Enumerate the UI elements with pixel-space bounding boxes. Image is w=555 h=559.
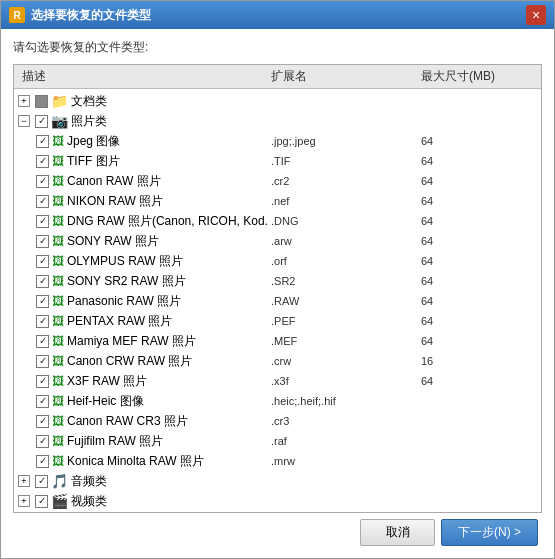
file-konica-icon: 🖼 (52, 454, 64, 468)
checkbox-doc[interactable] (35, 95, 48, 108)
label-panasonic: Panasonic RAW 照片 (67, 293, 181, 310)
tree-row-mamiya[interactable]: 🖼 Mamiya MEF RAW 照片 .MEF 64 (14, 331, 541, 351)
file-canon-crw-icon: 🖼 (52, 354, 64, 368)
col-description: 描述 (18, 68, 267, 85)
checkbox-konica[interactable] (36, 455, 49, 468)
checkbox-canon-cr3[interactable] (36, 415, 49, 428)
close-button[interactable]: × (526, 5, 546, 25)
tree-row-tiff[interactable]: 🖼 TIFF 图片 .TIF 64 (14, 151, 541, 171)
cancel-button[interactable]: 取消 (360, 519, 435, 546)
ext-pentax: .PEF (267, 315, 417, 327)
label-sony-sr2: SONY SR2 RAW 照片 (67, 273, 186, 290)
label-mamiya: Mamiya MEF RAW 照片 (67, 333, 196, 350)
main-window: R 选择要恢复的文件类型 × 请勾选要恢复的文件类型: 描述 扩展名 最大尺寸(… (0, 0, 555, 559)
checkbox-sony-raw[interactable] (36, 235, 49, 248)
checkbox-sony-sr2[interactable] (36, 275, 49, 288)
file-fujifilm-icon: 🖼 (52, 434, 64, 448)
label-canon-cr3: Canon RAW CR3 照片 (67, 413, 188, 430)
ext-fujifilm: .raf (267, 435, 417, 447)
label-olympus-raw: OLYMPUS RAW 照片 (67, 253, 183, 270)
tree-row-canon-cr3[interactable]: 🖼 Canon RAW CR3 照片 .cr3 (14, 411, 541, 431)
label-canon-raw: Canon RAW 照片 (67, 173, 161, 190)
checkbox-jpeg[interactable] (36, 135, 49, 148)
checkbox-canon-crw[interactable] (36, 355, 49, 368)
checkbox-audio[interactable] (35, 475, 48, 488)
ext-tiff: .TIF (267, 155, 417, 167)
file-heif-icon: 🖼 (52, 394, 64, 408)
checkbox-canon-raw[interactable] (36, 175, 49, 188)
tree-row-sony-raw[interactable]: 🖼 SONY RAW 照片 .arw 64 (14, 231, 541, 251)
expand-doc[interactable]: + (18, 95, 30, 107)
file-dng-raw-icon: 🖼 (52, 214, 64, 228)
checkbox-olympus-raw[interactable] (36, 255, 49, 268)
tree-row-audio[interactable]: + 🎵 音频类 (14, 471, 541, 491)
expand-photo[interactable]: − (18, 115, 30, 127)
file-sony-raw-icon: 🖼 (52, 234, 64, 248)
app-icon: R (9, 7, 25, 23)
checkbox-mamiya[interactable] (36, 335, 49, 348)
label-video: 视频类 (71, 493, 107, 510)
label-x3f: X3F RAW 照片 (67, 373, 147, 390)
tree-row-nikon-raw[interactable]: 🖼 NIKON RAW 照片 .nef 64 (14, 191, 541, 211)
size-nikon-raw: 64 (417, 195, 517, 207)
column-header: 描述 扩展名 最大尺寸(MB) (14, 65, 541, 89)
checkbox-dng-raw[interactable] (36, 215, 49, 228)
tree-row-heif[interactable]: 🖼 Heif-Heic 图像 .heic;.heif;.hif (14, 391, 541, 411)
label-tiff: TIFF 图片 (67, 153, 120, 170)
ext-panasonic: .RAW (267, 295, 417, 307)
checkbox-heif[interactable] (36, 395, 49, 408)
title-bar-left: R 选择要恢复的文件类型 (9, 7, 151, 24)
tree-row-x3f[interactable]: 🖼 X3F RAW 照片 .x3f 64 (14, 371, 541, 391)
checkbox-photo[interactable] (35, 115, 48, 128)
ext-canon-crw: .crw (267, 355, 417, 367)
tree-row-canon-raw[interactable]: 🖼 Canon RAW 照片 .cr2 64 (14, 171, 541, 191)
size-pentax: 64 (417, 315, 517, 327)
checkbox-panasonic[interactable] (36, 295, 49, 308)
file-sony-sr2-icon: 🖼 (52, 274, 64, 288)
expand-video[interactable]: + (18, 495, 30, 507)
checkbox-video[interactable] (35, 495, 48, 508)
label-jpeg: Jpeg 图像 (67, 133, 120, 150)
tree-row-konica[interactable]: 🖼 Konica Minolta RAW 照片 .mrw (14, 451, 541, 471)
expand-audio[interactable]: + (18, 475, 30, 487)
folder-video-icon: 🎬 (51, 493, 68, 509)
tree-row-doc[interactable]: + 📁 文档类 (14, 91, 541, 111)
checkbox-fujifilm[interactable] (36, 435, 49, 448)
ext-x3f: .x3f (267, 375, 417, 387)
size-mamiya: 64 (417, 335, 517, 347)
folder-photo-icon: 📷 (51, 113, 68, 129)
tree-row-sony-sr2[interactable]: 🖼 SONY SR2 RAW 照片 .SR2 64 (14, 271, 541, 291)
tree-row-olympus-raw[interactable]: 🖼 OLYMPUS RAW 照片 .orf 64 (14, 251, 541, 271)
checkbox-tiff[interactable] (36, 155, 49, 168)
label-dng-raw: DNG RAW 照片(Canon, RICOH, Kod... (67, 213, 267, 230)
size-jpeg: 64 (417, 135, 517, 147)
tree-row-fujifilm[interactable]: 🖼 Fujifilm RAW 照片 .raf (14, 431, 541, 451)
file-panasonic-icon: 🖼 (52, 294, 64, 308)
ext-heif: .heic;.heif;.hif (267, 395, 417, 407)
tree-row-canon-crw[interactable]: 🖼 Canon CRW RAW 照片 .crw 16 (14, 351, 541, 371)
tree-row-photo[interactable]: − 📷 照片类 (14, 111, 541, 131)
checkbox-pentax[interactable] (36, 315, 49, 328)
tree-row-jpeg[interactable]: 🖼 Jpeg 图像 .jpg;.jpeg 64 (14, 131, 541, 151)
tree-row-video[interactable]: + 🎬 视频类 (14, 491, 541, 511)
size-olympus-raw: 64 (417, 255, 517, 267)
label-konica: Konica Minolta RAW 照片 (67, 453, 204, 470)
tree-row-pentax[interactable]: 🖼 PENTAX RAW 照片 .PEF 64 (14, 311, 541, 331)
next-button[interactable]: 下一步(N) > (441, 519, 538, 546)
size-sony-raw: 64 (417, 235, 517, 247)
ext-sony-raw: .arw (267, 235, 417, 247)
ext-sony-sr2: .SR2 (267, 275, 417, 287)
label-photo: 照片类 (71, 113, 107, 130)
tree-row-panasonic[interactable]: 🖼 Panasonic RAW 照片 .RAW 64 (14, 291, 541, 311)
tree-row-dng-raw[interactable]: 🖼 DNG RAW 照片(Canon, RICOH, Kod... .DNG 6… (14, 211, 541, 231)
ext-mamiya: .MEF (267, 335, 417, 347)
ext-jpeg: .jpg;.jpeg (267, 135, 417, 147)
checkbox-nikon-raw[interactable] (36, 195, 49, 208)
label-pentax: PENTAX RAW 照片 (67, 313, 172, 330)
size-tiff: 64 (417, 155, 517, 167)
file-x3f-icon: 🖼 (52, 374, 64, 388)
footer: 取消 下一步(N) > (13, 513, 542, 550)
file-canon-cr3-icon: 🖼 (52, 414, 64, 428)
col-scroll-spacer (517, 68, 537, 85)
checkbox-x3f[interactable] (36, 375, 49, 388)
